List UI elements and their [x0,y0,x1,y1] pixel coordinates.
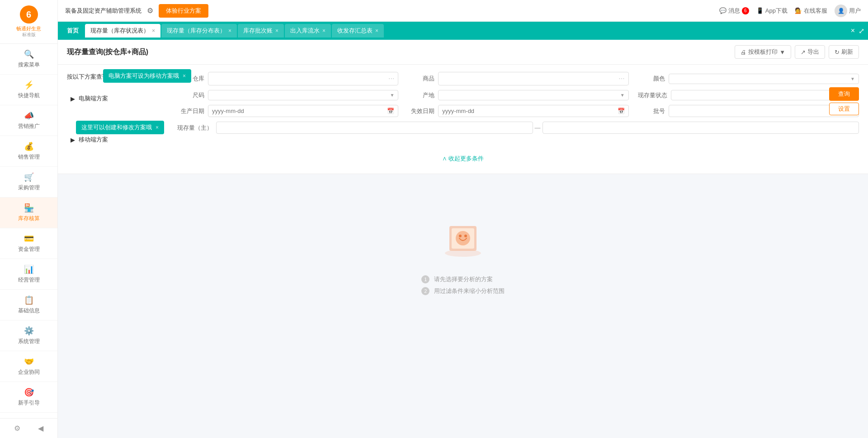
user-btn[interactable]: 👤 用户 [835,5,861,17]
print-template-btn[interactable]: 🖨 按模板打印 ▼ [735,45,791,59]
batch-label: 批号 [638,107,665,115]
finance-icon: 💳 [24,234,34,244]
prod-date-label: 生产日期 [177,107,204,115]
scheme-tooltip-close[interactable]: × [183,73,186,79]
page-header-actions: 🖨 按模板打印 ▼ ↗ 导出 ↻ 刷新 [735,45,859,59]
app-version: 标准版 [22,32,36,38]
collapse-row[interactable]: ∧ 收起更多条件 [67,151,859,166]
empty-tip-2: 2 用过滤条件来缩小分析范围 [421,285,505,297]
sidebar-item-system[interactable]: ⚙️ 系统管理 [0,320,57,351]
sidebar-item-purchase[interactable]: 🛒 采购管理 [0,167,57,198]
sidebar-item-sales[interactable]: 💰 销售管理 [0,136,57,167]
collapse-label: 收起更多条件 [448,155,484,162]
expand-icon[interactable]: ⤢ [859,27,864,35]
app-download-label: App下载 [765,7,788,15]
calendar-icon-expiry[interactable]: 📅 [618,108,625,114]
sidebar-item-quick-nav[interactable]: ⚡ 快捷导航 [0,75,57,105]
tab-home[interactable]: 首页 [61,24,84,38]
prod-date-input[interactable]: 📅 [208,105,398,117]
origin-caret: ▼ [620,93,625,98]
sidebar-item-marketing[interactable]: 📣 营销推广 [0,105,57,136]
size-select[interactable]: ▼ [208,90,398,100]
scheme-desktop[interactable]: ▶ 电脑端方案 [67,93,166,104]
scheme-desktop-arrow: ▶ [71,95,75,102]
tab-collect-summary[interactable]: 收发存汇总表 × [332,24,384,38]
expiry-date-input[interactable]: 📅 [438,105,628,117]
sidebar-label-system: 系统管理 [18,338,40,345]
stock-qty-max[interactable] [542,122,859,134]
message-btn[interactable]: 💬 消息 6 [719,7,749,15]
close-window-icon[interactable]: × [851,27,855,35]
sidebar-settings-btn[interactable]: ⚙ [14,424,20,433]
prod-date-start[interactable] [212,108,385,114]
tabs-right-actions: × ⤢ [851,27,864,35]
calendar-icon-prod[interactable]: 📅 [387,108,394,114]
goods-select[interactable]: ··· [438,72,628,85]
svg-point-5 [464,235,467,237]
color-caret: ▼ [850,76,855,81]
tab-inout-flow-close[interactable]: × [322,28,326,34]
export-btn[interactable]: ↗ 导出 [795,45,825,59]
goods-dots[interactable]: ··· [618,75,624,83]
expiry-date-start[interactable] [442,108,615,114]
query-btn[interactable]: 查询 [829,87,859,101]
system-name: 装备及固定资产辅助管理系统 [65,7,142,15]
collapse-icon: ∧ [442,155,447,162]
tab-stock-status[interactable]: 现存量（库存状况表） × [85,24,160,38]
sidebar-item-enterprise[interactable]: 🤝 企业协同 [0,351,57,382]
sidebar-item-basic[interactable]: 📋 基础信息 [0,290,57,320]
filter-label: 按以下方案查询 [67,73,108,81]
color-select[interactable]: ▼ [669,74,859,84]
sidebar-item-operations[interactable]: 📊 经营管理 [0,259,57,290]
size-label: 尺码 [177,91,204,99]
scheme-mobile-label: 移动端方案 [79,136,108,144]
tab-inout-flow-label: 出入库流水 [290,27,320,35]
sidebar-item-search[interactable]: 🔍 搜索菜单 [0,44,57,75]
filter-field-goods: 商品 ··· [407,72,628,85]
app-download-btn[interactable]: 📱 App下载 [756,7,788,15]
create-tooltip-close[interactable]: × [156,124,159,131]
expiry-date-label: 失效日期 [407,107,434,115]
tab-inout-flow[interactable]: 出入库流水 × [285,24,331,38]
empty-tips: 1 请先选择要分析的方案 2 用过滤条件来缩小分析范围 [421,273,505,297]
tab-stock-status-close[interactable]: × [152,28,155,34]
refresh-icon: ↻ [835,49,840,56]
scheme-mobile[interactable]: ▶ 移动端方案 [67,134,166,146]
create-tooltip: 这里可以创建和修改方案哦 × [76,121,164,134]
enterprise-icon: 🤝 [24,357,34,367]
sidebar-collapse-btn[interactable]: ◀ [38,424,43,433]
sidebar-label-marketing: 营销推广 [18,122,40,130]
tab-stock-dist[interactable]: 现存量（库存分布表） × [161,24,237,38]
tab-batch-account[interactable]: 库存批次账 × [238,24,284,38]
origin-label: 产地 [407,91,434,99]
sidebar-item-inventory[interactable]: 🏪 库存核算 [0,198,57,228]
experience-btn[interactable]: 体验行业方案 [159,4,208,18]
stock-status-label: 现存量状态 [638,91,667,99]
tab-collect-summary-close[interactable]: × [375,28,378,34]
setup-btn[interactable]: 设置 [829,103,859,115]
filter-fields-row2: 尺码 ▼ 产地 ▼ [177,90,859,100]
topbar-right: 💬 消息 6 📱 App下载 💁 在线客服 👤 用户 [719,5,861,17]
warehouse-dots[interactable]: ··· [388,75,394,83]
sidebar-item-finance[interactable]: 💳 资金管理 [0,228,57,259]
chevron-down-icon: ▼ [779,49,785,56]
tab-batch-account-close[interactable]: × [275,28,278,34]
online-service-btn[interactable]: 💁 在线客服 [795,7,827,15]
tab-stock-dist-close[interactable]: × [228,28,231,34]
quick-nav-icon: ⚡ [24,80,34,90]
page-content: 现存量查询(按仓库+商品) 🖨 按模板打印 ▼ ↗ 导出 ↻ 刷新 [58,40,868,438]
sidebar-label-operations: 经营管理 [18,276,40,284]
sales-icon: 💰 [24,141,34,151]
scheme-section: ▶ 电脑端方案 这里可以创建和修改方案哦 × [67,93,166,146]
empty-illustration [436,210,490,264]
filter-area: 按以下方案查询 + ✎ « 电脑方案可设为移动方案哦 × [58,65,868,174]
batch-value[interactable] [673,108,855,114]
stock-qty-min[interactable] [216,122,533,134]
phone-icon: 📱 [756,7,764,14]
refresh-btn[interactable]: ↻ 刷新 [829,45,859,59]
gear-icon[interactable]: ⚙ [147,6,153,15]
filter-fields-row3: 生产日期 📅 失效日期 📅 [177,105,859,117]
warehouse-select[interactable]: ··· [208,72,398,85]
origin-select[interactable]: ▼ [438,90,628,100]
sidebar-item-guide[interactable]: 🎯 新手引导 [0,382,57,413]
